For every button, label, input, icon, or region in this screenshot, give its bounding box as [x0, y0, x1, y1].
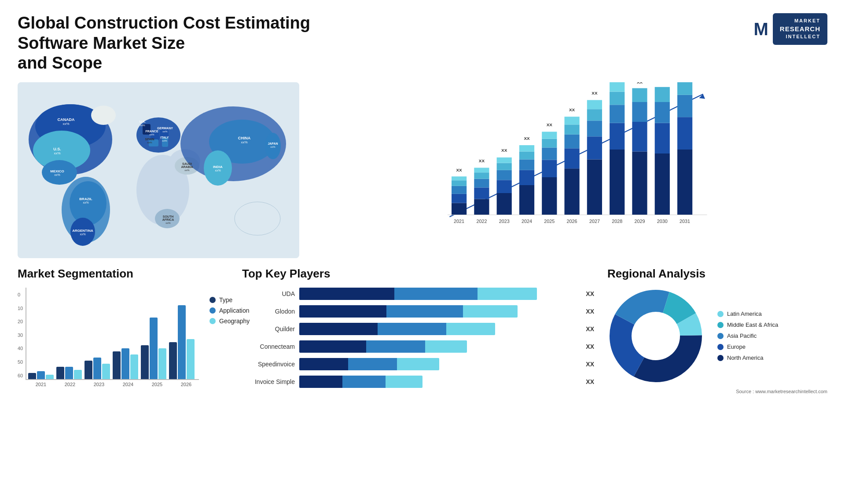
svg-rect-103 — [610, 91, 625, 105]
svg-text:xx%: xx% — [80, 233, 85, 236]
bar-2022: XX — [474, 158, 489, 215]
svg-point-5 — [91, 106, 116, 125]
svg-rect-60 — [452, 186, 467, 194]
bottom-row: Market Segmentation 60 50 40 30 20 10 0 — [18, 267, 827, 394]
player-row-uda: UDA XX — [242, 288, 594, 300]
svg-text:INDIA: INDIA — [213, 165, 223, 169]
svg-rect-59 — [452, 194, 467, 203]
svg-text:ARGENTINA: ARGENTINA — [72, 229, 93, 233]
svg-text:GERMANY: GERMANY — [157, 127, 173, 130]
players-section: Top Key Players UDA XX Glodon — [242, 267, 594, 394]
svg-text:2025: 2025 — [544, 218, 555, 223]
map-section: CANADA xx% U.S. xx% MEXICO xx% BRAZIL xx… — [18, 82, 304, 258]
svg-text:SOUTH: SOUTH — [163, 215, 174, 218]
svg-rect-91 — [565, 124, 580, 135]
svg-text:SPAIN: SPAIN — [145, 138, 154, 141]
svg-rect-98 — [587, 100, 602, 109]
svg-text:XX: XX — [569, 107, 575, 112]
donut-chart — [607, 288, 704, 384]
svg-rect-117 — [677, 150, 692, 215]
svg-text:XX: XX — [637, 82, 643, 84]
svg-text:U.S.: U.S. — [53, 147, 61, 151]
seg-group-2024 — [113, 348, 138, 379]
svg-rect-78 — [519, 159, 534, 170]
svg-rect-113 — [655, 123, 670, 153]
legend-latam: Latin America — [717, 310, 778, 317]
bar-2026: XX — [565, 107, 580, 215]
svg-rect-68 — [474, 168, 489, 172]
donut-hole — [632, 312, 680, 360]
svg-text:xx%: xx% — [215, 169, 220, 172]
svg-text:xx%: xx% — [140, 124, 145, 127]
svg-rect-86 — [542, 131, 557, 139]
svg-text:U.K.: U.K. — [140, 120, 146, 123]
regional-section: Regional Analysis — [607, 267, 827, 394]
svg-rect-82 — [542, 177, 557, 215]
seg-bars — [26, 288, 199, 380]
svg-rect-74 — [497, 157, 512, 163]
svg-text:2021: 2021 — [454, 218, 464, 223]
svg-rect-92 — [565, 117, 580, 124]
segmentation-section: Market Segmentation 60 50 40 30 20 10 0 — [18, 267, 229, 394]
svg-rect-80 — [519, 145, 534, 151]
svg-text:CHINA: CHINA — [238, 136, 251, 140]
bar-2025: XX — [542, 122, 557, 215]
svg-rect-101 — [610, 123, 625, 149]
seg-group-2026 — [169, 305, 195, 379]
svg-text:xx%: xx% — [162, 139, 167, 142]
svg-text:CANADA: CANADA — [58, 117, 75, 122]
bar-2028: XX — [610, 82, 625, 215]
seg-group-2023 — [84, 358, 110, 379]
svg-text:2030: 2030 — [657, 218, 668, 223]
legend-europe: Europe — [717, 343, 778, 350]
bar-2029: XX — [632, 82, 647, 215]
donut-legend: Latin America Middle East & Africa Asia … — [717, 310, 778, 361]
bar-2027: XX — [587, 91, 602, 215]
svg-rect-94 — [587, 159, 602, 215]
svg-text:xx%: xx% — [62, 122, 69, 126]
svg-text:MEXICO: MEXICO — [50, 169, 64, 173]
svg-text:xx%: xx% — [149, 133, 154, 136]
svg-text:xx%: xx% — [241, 140, 247, 144]
svg-rect-119 — [677, 95, 692, 117]
svg-rect-70 — [497, 193, 512, 215]
map-svg: CANADA xx% U.S. xx% MEXICO xx% BRAZIL xx… — [18, 82, 299, 258]
bar-2030: XX — [655, 82, 670, 215]
player-bar-invoice-simple — [299, 376, 422, 388]
main-content: CANADA xx% U.S. xx% MEXICO xx% BRAZIL xx… — [18, 82, 827, 394]
svg-rect-62 — [452, 176, 467, 180]
svg-point-23 — [235, 202, 280, 235]
svg-rect-71 — [497, 180, 512, 193]
svg-rect-115 — [655, 87, 670, 102]
svg-text:2024: 2024 — [522, 218, 532, 223]
svg-text:2026: 2026 — [567, 218, 577, 223]
svg-text:XX: XX — [501, 148, 507, 153]
player-row-invoice-simple: Invoice Simple XX — [242, 376, 594, 388]
regional-title: Regional Analysis — [607, 267, 827, 281]
player-bar-speedinvoice — [299, 358, 439, 370]
svg-text:xx%: xx% — [270, 146, 276, 148]
page-header: Global Construction Cost Estimating Soft… — [18, 13, 827, 73]
svg-rect-95 — [587, 136, 602, 159]
svg-text:xx%: xx% — [147, 141, 152, 144]
svg-text:SAUDI: SAUDI — [182, 162, 192, 165]
svg-rect-112 — [655, 153, 670, 215]
dot-latam — [717, 311, 724, 317]
players-title: Top Key Players — [242, 267, 594, 281]
bar-chart-svg: XX XX XX — [321, 82, 827, 241]
legend-dot-type — [209, 297, 216, 303]
bar-2031: XX — [677, 82, 692, 215]
svg-rect-104 — [610, 82, 625, 92]
player-bar-connecteam — [299, 340, 467, 353]
bar-2024: XX — [519, 135, 534, 215]
legend-mea: Middle East & Africa — [717, 321, 778, 328]
svg-text:2029: 2029 — [635, 218, 645, 223]
legend-dot-application — [209, 307, 216, 314]
svg-rect-102 — [610, 105, 625, 123]
svg-rect-77 — [519, 170, 534, 185]
legend-dot-geography — [209, 318, 216, 324]
donut-area: Latin America Middle East & Africa Asia … — [607, 288, 827, 384]
svg-text:XX: XX — [547, 122, 553, 127]
svg-rect-120 — [677, 82, 692, 95]
svg-rect-73 — [497, 163, 512, 170]
